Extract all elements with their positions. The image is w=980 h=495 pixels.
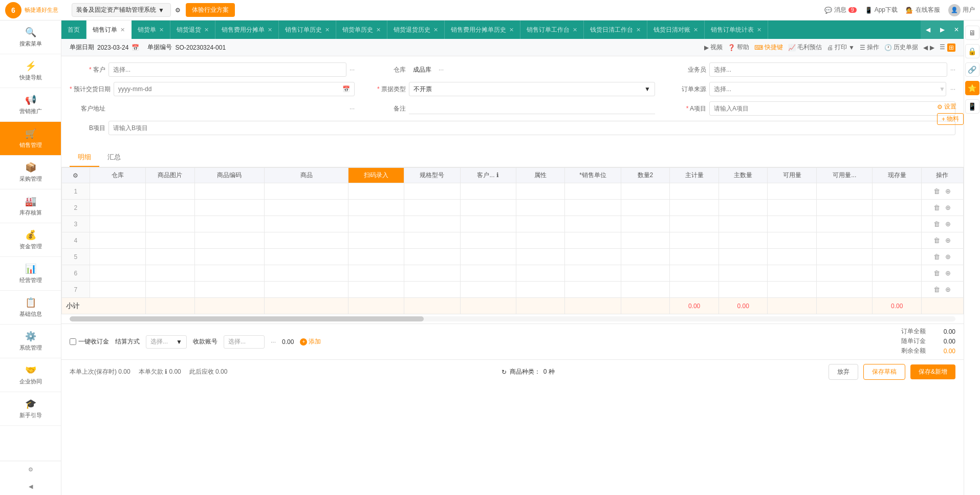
order-source-input[interactable]: [709, 82, 946, 96]
print-btn[interactable]: 🖨 打印 ▼: [827, 43, 855, 52]
row-qty2[interactable]: [621, 183, 670, 200]
operations-btn[interactable]: ☰ 操作: [860, 43, 879, 52]
sidebar-item-operations[interactable]: 📊 经营管理: [0, 257, 61, 291]
tab-summary[interactable]: 汇总: [99, 148, 129, 167]
row-available2[interactable]: [817, 183, 873, 200]
close-icon[interactable]: ✕: [433, 27, 438, 33]
delete-icon[interactable]: 🗑: [932, 269, 941, 278]
row-product[interactable]: [265, 183, 349, 200]
preview-btn[interactable]: ▶ 视频: [704, 43, 723, 52]
tab-sales-return[interactable]: 销货退货 ✕: [170, 20, 215, 39]
user-btn[interactable]: 👤 用户: [948, 4, 975, 16]
copy-icon[interactable]: ⊕: [943, 236, 952, 245]
customer-input[interactable]: [108, 62, 346, 77]
close-icon[interactable]: ✕: [693, 27, 698, 33]
tab-order-stats[interactable]: 销售订单统计表 ✕: [705, 20, 768, 39]
account-more-btn[interactable]: ···: [271, 338, 276, 346]
history-btn[interactable]: 🕐 历史单据: [884, 43, 918, 52]
row-cust-code[interactable]: [460, 183, 516, 200]
tab-order-workbench[interactable]: 销售订单工作台 ✕: [520, 20, 584, 39]
delete-icon[interactable]: 🗑: [932, 285, 941, 294]
save-draft-btn[interactable]: 保存草稿: [863, 364, 905, 380]
close-icon[interactable]: ✕: [509, 27, 514, 33]
salesperson-more-btn[interactable]: ···: [950, 66, 955, 73]
row-spec[interactable]: [404, 183, 460, 200]
delivery-date-input[interactable]: [118, 85, 340, 93]
message-btn[interactable]: 💬 消息 9: [824, 6, 857, 14]
refresh-icon[interactable]: ↻: [502, 369, 507, 376]
tab-home[interactable]: 首页: [61, 20, 86, 39]
sidebar-item-enterprise[interactable]: 🤝 企业协同: [0, 358, 61, 392]
sidebar-item-purchase[interactable]: 📦 采购管理: [0, 156, 61, 189]
sidebar-item-basic[interactable]: 📋 基础信息: [0, 291, 61, 325]
close-icon[interactable]: ✕: [204, 27, 209, 33]
sidebar-item-inventory[interactable]: 🏭 库存核算: [0, 189, 61, 223]
next-record-btn[interactable]: ▶: [930, 44, 934, 51]
copy-icon[interactable]: ⊕: [943, 285, 952, 294]
close-icon[interactable]: ✕: [376, 27, 381, 33]
order-source-more-btn[interactable]: ···: [950, 85, 955, 93]
profit-forecast-btn[interactable]: 📈 毛利预估: [788, 43, 822, 52]
close-icon[interactable]: ✕: [325, 27, 330, 33]
b-project-input[interactable]: [108, 121, 955, 135]
sidebar-item-marketing[interactable]: 📢 营销推广: [0, 88, 61, 122]
close-icon[interactable]: ✕: [268, 27, 272, 33]
row-available[interactable]: [768, 183, 817, 200]
settings-btn[interactable]: ⚙ 设置: [937, 102, 964, 111]
th-settings[interactable]: ⚙: [62, 168, 90, 183]
right-panel-lock-icon[interactable]: 🔒: [965, 44, 979, 58]
customer-more-btn[interactable]: ···: [350, 66, 355, 73]
trial-btn[interactable]: 体验行业方案: [186, 3, 235, 17]
right-panel-star-icon[interactable]: ⭐: [965, 81, 979, 95]
delete-icon[interactable]: 🗑: [932, 203, 941, 212]
row-stock[interactable]: [873, 183, 922, 200]
tab-next-btn[interactable]: ▶: [935, 20, 949, 39]
grid-view-btn[interactable]: ⊞: [947, 44, 955, 52]
list-view-btn[interactable]: ☰: [940, 44, 945, 52]
row-main-qty[interactable]: [718, 183, 768, 200]
payment-method-select[interactable]: 选择... ▼: [146, 335, 187, 349]
account-select[interactable]: 选择...: [224, 335, 265, 349]
delete-icon[interactable]: 🗑: [932, 220, 941, 229]
copy-icon[interactable]: ⊕: [943, 252, 952, 262]
delete-icon[interactable]: 🗑: [932, 236, 941, 245]
warehouse-more-btn[interactable]: ···: [439, 66, 444, 73]
help-btn[interactable]: ❓ 帮助: [728, 43, 749, 52]
tab-sales-goods[interactable]: 销货单 ✕: [132, 20, 170, 39]
table-scrollbar[interactable]: [70, 316, 955, 321]
tab-goods-history[interactable]: 销货单历史 ✕: [336, 20, 387, 39]
copy-icon[interactable]: ⊕: [943, 187, 952, 196]
tab-daily-workbench[interactable]: 钱货日清工作台 ✕: [584, 20, 647, 39]
sidebar-item-quick[interactable]: ⚡ 快捷导航: [0, 54, 61, 88]
sidebar-item-search[interactable]: 🔍 搜索菜单: [0, 20, 61, 54]
right-panel-display-icon[interactable]: 🖥: [965, 26, 979, 40]
sidebar-collapse-btn[interactable]: ◀: [0, 478, 61, 495]
calendar-icon[interactable]: 📅: [132, 44, 139, 51]
save-new-btn[interactable]: 保存&新增: [910, 364, 955, 379]
salesperson-input[interactable]: [709, 62, 947, 77]
copy-icon[interactable]: ⊕: [943, 203, 952, 212]
tab-expense-history[interactable]: 销售费用分摊单历史 ✕: [445, 20, 520, 39]
online-service-btn[interactable]: 💁 在线客服: [906, 6, 940, 14]
tab-order-history[interactable]: 销售订单历史 ✕: [279, 20, 336, 39]
tab-detail[interactable]: 明细: [70, 148, 99, 167]
sidebar-item-finance[interactable]: 💰 资金管理: [0, 223, 61, 257]
copy-icon[interactable]: ⊕: [943, 220, 952, 229]
one-click-checkbox[interactable]: 一键收订金: [70, 337, 109, 346]
close-icon[interactable]: ✕: [573, 27, 577, 33]
add-material-btn[interactable]: + 物料: [937, 113, 964, 125]
app-download-btn[interactable]: 📱 App下载: [865, 6, 898, 14]
ticket-type-select[interactable]: 不开票 ▼: [409, 82, 655, 96]
delete-icon[interactable]: 🗑: [932, 252, 941, 262]
tab-sales-order[interactable]: 销售订单 ✕: [86, 20, 132, 39]
add-payment-btn[interactable]: + 添加: [300, 337, 321, 346]
scrollbar-thumb[interactable]: [70, 316, 424, 321]
row-attr[interactable]: [516, 183, 565, 200]
tab-daily-reconcile[interactable]: 钱货日清对账 ✕: [647, 20, 705, 39]
sidebar-settings-btn[interactable]: ⚙: [0, 461, 61, 478]
close-icon[interactable]: ✕: [757, 27, 761, 33]
row-code[interactable]: [194, 183, 265, 200]
settings-gear[interactable]: ⚙: [175, 7, 181, 14]
calendar-icon[interactable]: 📅: [342, 85, 350, 93]
row-main-unit[interactable]: [670, 183, 719, 200]
